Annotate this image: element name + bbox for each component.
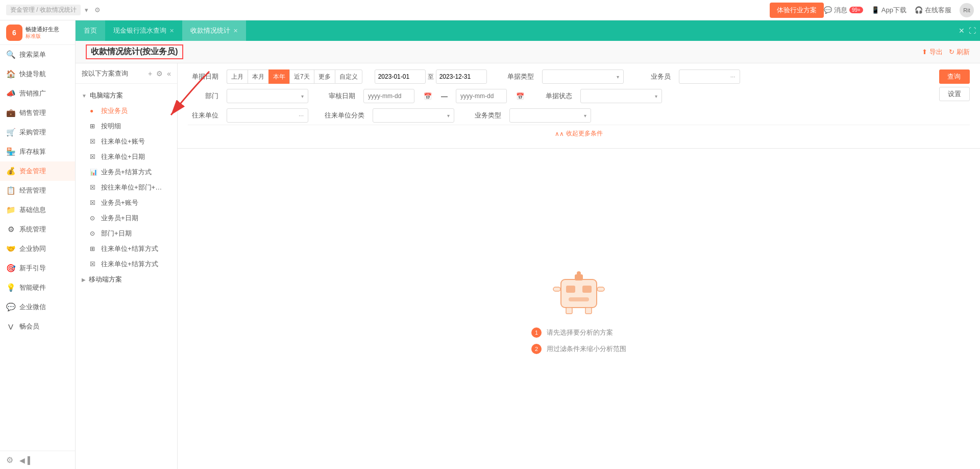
audit-date-dash: — (441, 92, 448, 100)
counterpart-select[interactable]: ··· (227, 108, 308, 123)
step-1-text: 请先选择要分析的方案 (547, 328, 613, 337)
sidebar-item-quicknav[interactable]: 🏠快捷导航 (0, 64, 75, 84)
message-button[interactable]: 💬 消息 99+ (824, 6, 863, 15)
dept-label: 部门 (188, 91, 218, 101)
breadcrumb-chevron-icon[interactable]: ▾ (85, 6, 88, 14)
trial-button[interactable]: 体验行业方案 (770, 3, 824, 18)
collapse-more-icon: ∧∧ (555, 130, 564, 137)
salesman-icon: ● (90, 107, 98, 114)
tab-bank-flow[interactable]: 现金银行流水查询 ✕ (105, 20, 182, 41)
doc-type-chevron-icon: ▾ (617, 74, 619, 80)
tab-receipt-stat[interactable]: 收款情况统计 ✕ (182, 20, 246, 41)
tree-item-salesman-settle[interactable]: 📊 业务员+结算方式 (76, 165, 177, 180)
refresh-button[interactable]: ↻ 刷新 (949, 48, 970, 57)
svg-rect-0 (561, 279, 597, 308)
filter-row-1: 单据日期 上月 本月 本年 近7天 更多 自定义 (188, 69, 931, 84)
header-gear-icon[interactable]: ⚙ (94, 6, 101, 14)
user-avatar[interactable]: Rit (960, 3, 974, 17)
window-expand-icon[interactable]: ⛶ (969, 27, 976, 35)
date-tab-more[interactable]: 更多 (314, 69, 335, 84)
sidebar-item-marketing[interactable]: 📣营销推广 (0, 84, 75, 103)
sidebar-item-finance[interactable]: 💰资金管理 (0, 161, 75, 181)
scheme-settings-icon[interactable]: ⚙ (156, 69, 163, 78)
svg-rect-3 (569, 297, 589, 301)
breadcrumb-area: 资金管理 / 收款情况统计 ▾ ⚙ (6, 5, 762, 15)
scheme-add-icon[interactable]: + (148, 69, 152, 78)
audit-date-label: 审核日期 (325, 91, 355, 101)
salesman-select[interactable]: ··· (679, 69, 740, 84)
sidebar-item-hardware[interactable]: 💡智能硬件 (0, 278, 75, 297)
unit-settle2-icon: ☒ (90, 261, 98, 268)
svg-rect-2 (582, 286, 592, 293)
operations-icon: 📋 (6, 186, 15, 195)
tree-item-unit-settle2[interactable]: ☒ 往来单位+结算方式 (76, 256, 177, 272)
tree-item-unit-dept-receipt[interactable]: ☒ 按往来单位+部门+收... (76, 180, 177, 195)
query-button[interactable]: 查询 (939, 69, 970, 84)
filter-fields: 单据日期 上月 本月 本年 近7天 更多 自定义 (188, 69, 931, 123)
tree-item-unit-account[interactable]: ☒ 往来单位+账号 (76, 134, 177, 149)
tab-home[interactable]: 首页 (76, 20, 105, 41)
date-tab-this-month[interactable]: 本月 (248, 69, 268, 84)
date-range: 至 (375, 69, 487, 84)
sidebar-item-guide[interactable]: 🎯新手引导 (0, 259, 75, 278)
doc-status-select[interactable]: ▾ (580, 89, 662, 103)
sidebar-item-operations[interactable]: 📋经营管理 (0, 181, 75, 200)
counterpart-class-select[interactable]: ▾ (373, 108, 454, 123)
tree-item-salesman-date[interactable]: ⊙ 业务员+日期 (76, 210, 177, 226)
sidebar-item-purchase[interactable]: 🛒采购管理 (0, 123, 75, 142)
step-1-number: 1 (531, 327, 542, 338)
export-label: 导出 (929, 48, 943, 57)
export-button[interactable]: ⬆ 导出 (922, 48, 943, 57)
online-service-button[interactable]: 🎧 在线客服 (915, 6, 951, 15)
collapse-more-button[interactable]: ∧∧ 收起更多条件 (188, 125, 970, 142)
sidebar-item-sales[interactable]: 💼销售管理 (0, 103, 75, 123)
tab-bank-flow-close-icon[interactable]: ✕ (169, 28, 174, 34)
sidebar-collapse-icon[interactable]: ◀▐ (19, 456, 30, 464)
window-close-icon[interactable]: ✕ (959, 27, 965, 35)
sidebar-item-wxwork[interactable]: 💬企业微信 (0, 297, 75, 317)
app-download-button[interactable]: 📱 App下载 (871, 6, 906, 15)
tree-item-dept-date[interactable]: ⊙ 部门+日期 (76, 226, 177, 241)
sidebar-item-search[interactable]: 🔍搜索菜单 (0, 45, 75, 64)
tree-item-unit-date[interactable]: ☒ 往来单位+日期 (76, 149, 177, 165)
tab-receipt-stat-close-icon[interactable]: ✕ (233, 28, 238, 34)
sidebar-item-member[interactable]: V畅会员 (0, 317, 75, 336)
page-header: 收款情况统计(按业务员) ⬆ 导出 ↻ 刷新 (76, 41, 980, 63)
audit-date-from-input[interactable] (363, 89, 414, 103)
tree-group-mobile[interactable]: ▶ 移动端方案 (76, 272, 177, 287)
collapse-more-label: 收起更多条件 (566, 129, 603, 138)
counterpart-label: 往来单位 (188, 111, 218, 120)
svg-rect-1 (566, 286, 575, 293)
home-icon: 🏠 (6, 69, 15, 79)
logo-icon: 6 (6, 25, 22, 41)
biz-type-select[interactable]: ▾ (509, 108, 591, 123)
audit-date-to-input[interactable] (456, 89, 507, 103)
date-from-input[interactable] (375, 69, 426, 84)
counterpart-more-icon[interactable]: ··· (299, 112, 304, 119)
date-tab-last-month[interactable]: 上月 (227, 69, 248, 84)
sidebar-item-system[interactable]: ⚙系统管理 (0, 220, 75, 239)
date-to-input[interactable] (436, 69, 487, 84)
settings-button[interactable]: 设置 (939, 87, 970, 101)
sidebar-item-collab[interactable]: 🤝企业协同 (0, 239, 75, 259)
date-tab-custom[interactable]: 自定义 (335, 69, 362, 84)
tree-item-unit-settle1[interactable]: ⊞ 往来单位+结算方式 (76, 241, 177, 256)
doc-type-select[interactable]: ▾ (542, 69, 624, 84)
tab-bar: 首页 现金银行流水查询 ✕ 收款情况统计 ✕ ✕ ⛶ (76, 20, 980, 41)
date-tab-7days[interactable]: 近7天 (289, 69, 314, 84)
left-panel: 按以下方案查询 + ⚙ « ▼ 电脑端方案 ● 按业务员 (76, 63, 178, 469)
salesman-more-icon[interactable]: ··· (730, 73, 736, 80)
tree-group-desktop[interactable]: ▼ 电脑端方案 (76, 88, 177, 103)
sidebar-logo: 6 畅捷通好生意 标准版 (0, 20, 75, 45)
sidebar-settings-icon[interactable]: ⚙ (6, 455, 13, 465)
tree-item-by-detail[interactable]: ⊞ 按明细 (76, 119, 177, 134)
tree-item-salesman-account[interactable]: ☒ 业务员+账号 (76, 195, 177, 210)
dept-select[interactable]: ▾ (227, 89, 308, 103)
sidebar-item-inventory[interactable]: 🏪库存核算 (0, 142, 75, 161)
svg-point-5 (577, 271, 581, 275)
sidebar-item-basic[interactable]: 📁基础信息 (0, 200, 75, 220)
unit-settle1-icon: ⊞ (90, 245, 98, 252)
scheme-collapse-icon[interactable]: « (167, 69, 171, 78)
tree-item-by-salesman[interactable]: ● 按业务员 (76, 103, 177, 119)
date-tab-this-year[interactable]: 本年 (268, 69, 289, 84)
